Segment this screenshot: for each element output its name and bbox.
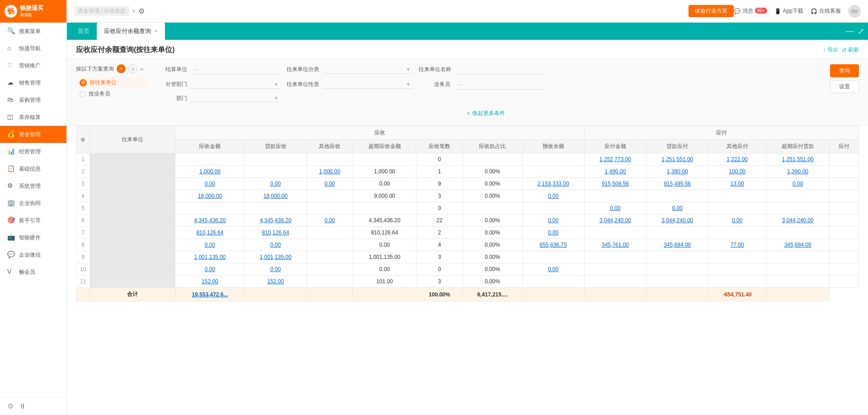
row-ar-other[interactable]: 0.00: [307, 215, 353, 227]
tab-home[interactable]: 首页: [71, 23, 97, 40]
row-ap-overdue[interactable]: [766, 251, 830, 263]
row-ar-amount[interactable]: 152.00: [175, 276, 245, 288]
row-ar-amount[interactable]: 0.00: [175, 178, 245, 190]
row-ar-prepay[interactable]: [522, 202, 584, 215]
row-ar-other[interactable]: [307, 202, 353, 215]
sidebar-item-system[interactable]: ⚙ 系统管理: [0, 177, 66, 195]
row-ar-loan[interactable]: 0.00: [245, 178, 307, 190]
row-ap-loan[interactable]: 1,390.00: [646, 166, 708, 178]
row-ap-other[interactable]: [708, 202, 766, 215]
row-ap-overdue[interactable]: [766, 227, 830, 239]
row-ar-amount[interactable]: 4,345,436.20: [175, 215, 245, 227]
row-ap-amount[interactable]: 3,044,240.00: [584, 215, 646, 227]
row-ap-loan[interactable]: 0.00: [646, 202, 708, 215]
row-ar-loan[interactable]: 0.00: [245, 239, 307, 251]
row-ar-loan[interactable]: [245, 166, 307, 178]
row-ar-amount[interactable]: 18,000.00: [175, 190, 245, 202]
row-ar-prepay[interactable]: 0.00: [522, 215, 584, 227]
row-ap-overdue[interactable]: 0.00: [766, 178, 830, 190]
partner-name-input[interactable]: [455, 65, 545, 74]
user-avatar[interactable]: Rit: [848, 5, 861, 18]
row-ap-other[interactable]: 100.00: [708, 166, 766, 178]
online-service-button[interactable]: 🎧 在线客服: [811, 7, 841, 15]
dept-input[interactable]: ▼: [191, 94, 281, 102]
row-ap-loan[interactable]: [646, 190, 708, 202]
row-ap-amount[interactable]: 1,252,773.00: [584, 153, 646, 166]
row-ap-overdue[interactable]: [766, 263, 830, 276]
row-ap-overdue[interactable]: 1,251,551.00: [766, 153, 830, 166]
query-button[interactable]: 查询: [830, 64, 859, 77]
export-button[interactable]: ↑ 导出: [823, 46, 838, 54]
filter-more-button[interactable]: ∧ 收起更多条件: [156, 107, 816, 120]
row-ar-prepay[interactable]: 0.00: [522, 263, 584, 276]
tab-minimize-icon[interactable]: —: [846, 26, 854, 36]
col-settings[interactable]: ⚙: [76, 126, 90, 153]
row-ap-overdue[interactable]: [766, 276, 830, 288]
row-ar-amount[interactable]: 810,126.64: [175, 227, 245, 239]
row-ap-loan[interactable]: 345,684.00: [646, 239, 708, 251]
row-ap-amount[interactable]: 0.00: [584, 202, 646, 215]
row-ar-loan[interactable]: 810,126.64: [245, 227, 307, 239]
row-ap-other[interactable]: 1,222.00: [708, 153, 766, 166]
row-ar-loan[interactable]: 152.00: [245, 276, 307, 288]
row-ar-loan[interactable]: 4,345,436.20: [245, 215, 307, 227]
row-ap-loan[interactable]: 915,495.56: [646, 178, 708, 190]
row-ap-amount[interactable]: [584, 263, 646, 276]
row-ap-amount[interactable]: 915,508.56: [584, 178, 646, 190]
row-ap-overdue[interactable]: 3,044,240.00: [766, 215, 830, 227]
row-ar-amount[interactable]: [175, 202, 245, 215]
sidebar-item-operation[interactable]: 📊 经营管理: [0, 143, 66, 160]
tab-maximize-icon[interactable]: ⤢: [858, 26, 864, 36]
partner-category-input[interactable]: ▼: [323, 66, 413, 74]
scheme-by-salesman[interactable]: 按业务员: [76, 88, 148, 100]
row-ap-loan[interactable]: [646, 276, 708, 288]
row-ap-other[interactable]: [708, 263, 766, 276]
row-ap-overdue[interactable]: [766, 190, 830, 202]
scheme-by-partner[interactable]: 畅 按往来单位: [76, 77, 148, 88]
row-ar-other[interactable]: [307, 276, 353, 288]
sidebar-item-wechat[interactable]: 💬 企业微信: [0, 246, 66, 263]
row-ar-loan[interactable]: 0.00: [245, 263, 307, 276]
row-ap-loan[interactable]: [646, 227, 708, 239]
promo-button[interactable]: 体验行业方案: [689, 5, 734, 17]
row-ar-prepay[interactable]: 0.00: [522, 227, 584, 239]
row-ar-prepay[interactable]: 655,636.75: [522, 239, 584, 251]
row-ar-prepay[interactable]: [522, 251, 584, 263]
sidebar-item-marketing[interactable]: ♡ 营销推广: [0, 57, 66, 74]
row-ap-other[interactable]: [708, 227, 766, 239]
row-ap-amount[interactable]: [584, 276, 646, 288]
collapse-icon[interactable]: ⏸: [19, 402, 26, 410]
row-ap-other[interactable]: [708, 190, 766, 202]
row-ar-loan[interactable]: [245, 153, 307, 166]
row-ap-other[interactable]: [708, 276, 766, 288]
row-ar-prepay[interactable]: [522, 276, 584, 288]
sidebar-item-quicknav[interactable]: ⌂ 快捷导航: [0, 40, 66, 57]
row-ar-loan[interactable]: 1,001,135.00: [245, 251, 307, 263]
sidebar-item-purchase[interactable]: 🛍 采购管理: [0, 91, 66, 109]
row-ar-other[interactable]: [307, 190, 353, 202]
row-ar-amount[interactable]: 1,000.00: [175, 166, 245, 178]
row-ar-other[interactable]: [307, 153, 353, 166]
sidebar-item-guide[interactable]: 🎯 新手引导: [0, 212, 66, 229]
row-ar-amount[interactable]: 0.00: [175, 239, 245, 251]
row-ap-overdue[interactable]: [766, 202, 830, 215]
row-ap-amount[interactable]: [584, 251, 646, 263]
row-ap-amount[interactable]: 345,761.00: [584, 239, 646, 251]
sidebar-item-search[interactable]: 🔍 搜索菜单: [0, 23, 66, 40]
filter-collapse-icon[interactable]: «: [140, 65, 144, 72]
row-ar-loan[interactable]: 18,000.00: [245, 190, 307, 202]
row-ar-other[interactable]: [307, 251, 353, 263]
message-button[interactable]: 💬 消息 99+: [734, 7, 767, 15]
row-ar-other[interactable]: 0.00: [307, 178, 353, 190]
row-ap-other[interactable]: 13.00: [708, 178, 766, 190]
partner-nature-input[interactable]: ▼: [323, 81, 413, 89]
salesman-input[interactable]: ···: [454, 79, 544, 90]
sidebar-item-hardware[interactable]: 📺 智能硬件: [0, 229, 66, 246]
sidebar-item-vip[interactable]: V 畅会员: [0, 263, 66, 281]
row-ap-overdue[interactable]: 345,684.00: [766, 239, 830, 251]
setting-button[interactable]: 设置: [830, 80, 859, 93]
row-ap-amount[interactable]: [584, 190, 646, 202]
settings-icon[interactable]: ⚙: [7, 402, 14, 410]
sidebar-item-inventory[interactable]: ◫ 库存核算: [0, 109, 66, 126]
row-ap-loan[interactable]: [646, 263, 708, 276]
